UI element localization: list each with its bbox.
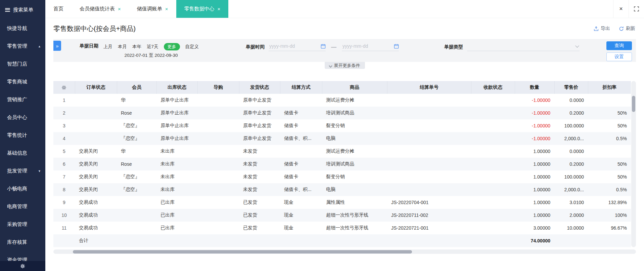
cell-product: 测试运费分摊 — [322, 145, 387, 158]
cell-member: 『恋空』 — [117, 132, 156, 145]
table-settings-gear-header[interactable] — [53, 81, 75, 94]
total-cell-order_status: 合计 — [75, 234, 117, 247]
tab-会员储值统计表[interactable]: 会员储值统计表× — [72, 0, 129, 18]
date-option-本月[interactable]: 本月 — [118, 44, 127, 50]
table-body: 1华原单中止出库原单中止发货测试运费分摊-1.000000.00002Rose原… — [53, 94, 631, 247]
tab-零售数据中心[interactable]: 零售数据中心× — [176, 0, 229, 18]
cell-settlement — [280, 94, 322, 107]
date-filter-label: 单据日期 — [80, 43, 98, 59]
sidebar-item-零售管理[interactable]: 零售管理▲ — [0, 37, 45, 55]
sidebar-item-基础信息[interactable]: 基础信息 — [0, 144, 45, 162]
calendar-icon[interactable] — [394, 44, 399, 49]
table-row[interactable]: 7交易关闭『恋空』未出库未发货储值卡裂变分销1.00000100.000050% — [53, 170, 631, 183]
close-window-button[interactable]: × — [613, 0, 629, 18]
sidebar-item-label: 基础信息 — [7, 150, 27, 156]
cell-product: 超细一次性弓形牙线 — [322, 209, 387, 222]
sidebar-search-menu[interactable]: 搜索菜单 — [0, 0, 45, 20]
sidebar-item-label: 电商管理 — [7, 203, 27, 210]
cell-discount — [588, 94, 631, 107]
sidebar-settings-button[interactable] — [0, 261, 45, 271]
close-tab-icon[interactable]: × — [165, 6, 168, 11]
close-tab-icon[interactable]: × — [218, 6, 221, 11]
cell-outbound: 未出库 — [156, 170, 197, 183]
cell-idx: 8 — [53, 183, 75, 196]
cell-payment — [471, 158, 515, 170]
cell-outbound: 原单中止出库 — [156, 132, 197, 145]
sidebar-item-库存核算[interactable]: 库存核算 — [0, 233, 45, 251]
cell-shipping: 未发货 — [239, 183, 280, 196]
table-row[interactable]: 10交易成功已出库已发货现金超细一次性弓形牙线JS-20220711-0021.… — [53, 209, 631, 222]
date-option-more[interactable]: 更多 — [164, 43, 180, 50]
cell-shipping: 未发货 — [239, 145, 280, 158]
cell-doc_no — [387, 107, 471, 119]
cell-settlement: 储值卡 — [280, 119, 322, 132]
calendar-icon[interactable] — [321, 44, 326, 49]
cell-product: 裂变分销 — [322, 170, 387, 183]
cell-idx: 4 — [53, 132, 75, 145]
sidebar-item-采购管理[interactable]: 采购管理 — [0, 216, 45, 233]
tab-首页[interactable]: 首页 — [45, 0, 72, 18]
cell-member — [117, 209, 156, 222]
fullscreen-button[interactable] — [629, 0, 644, 18]
table-row[interactable]: 3『恋空』原单中止出库原单中止发货储值卡裂变分销-1.00000100.0000… — [53, 119, 631, 132]
sidebar-item-零售商城[interactable]: 零售商城 — [0, 73, 45, 91]
cell-member: 华 — [117, 145, 156, 158]
cell-guide — [197, 132, 239, 145]
query-button[interactable]: 查询 — [606, 41, 632, 50]
time-filter-group: 单据时间 — — [246, 43, 399, 51]
table-row[interactable]: 2Rose原单中止出库原单中止发货储值卡培训测试商品-1.000000.2000… — [53, 107, 631, 119]
start-date-input[interactable] — [269, 43, 311, 49]
table-row[interactable]: 1华原单中止出库原单中止发货测试运费分摊-1.000000.0000 — [53, 94, 631, 107]
sidebar-menu: 快捷导航零售管理▲智慧门店零售商城营销推广会员中心零售统计基础信息批发管理▼小畅… — [0, 20, 45, 269]
horizontal-scrollbar-thumb[interactable] — [73, 250, 412, 254]
close-tab-icon[interactable]: × — [118, 6, 121, 11]
date-option-上月[interactable]: 上月 — [103, 44, 112, 50]
cell-idx: 1 — [53, 94, 75, 107]
cell-member: Rose — [117, 158, 156, 170]
cell-member: 『恋空』 — [117, 170, 156, 183]
cell-discount: 50% — [588, 107, 631, 119]
sidebar-item-快捷导航[interactable]: 快捷导航 — [0, 20, 45, 37]
table-row[interactable]: 4『恋空』原单中止出库原单中止发货储值卡、积...电脑-1.000002,000… — [53, 132, 631, 145]
date-option-近7天[interactable]: 近7天 — [147, 44, 158, 50]
date-option-本年[interactable]: 本年 — [132, 44, 141, 50]
table-row[interactable]: 6交易关闭Rose未出库未发货储值卡培训测试商品1.000000.200050% — [53, 158, 631, 170]
sidebar-item-电商管理[interactable]: 电商管理 — [0, 198, 45, 216]
date-quick-options: 上月本月本年近7天 — [103, 44, 158, 50]
total-cell-product — [322, 234, 387, 247]
sidebar-item-label: 采购管理 — [7, 221, 27, 228]
refresh-button[interactable]: 刷新 — [619, 26, 635, 32]
cell-order_status — [75, 119, 117, 132]
cell-shipping: 原单中止发货 — [239, 107, 280, 119]
collapse-filter-button[interactable]: » — [53, 41, 61, 51]
sidebar-item-label: 营销推广 — [7, 96, 27, 103]
cell-product: 测试运费分摊 — [322, 94, 387, 107]
date-option-custom[interactable]: 自定义 — [185, 44, 199, 50]
cell-product: 培训测试商品 — [322, 158, 387, 170]
tab-储值调账单[interactable]: 储值调账单× — [129, 0, 176, 18]
export-button[interactable]: 导出 — [594, 26, 610, 32]
chevron-down-icon: ▼ — [38, 169, 41, 173]
sidebar-item-会员中心[interactable]: 会员中心 — [0, 109, 45, 126]
sidebar-item-批发管理[interactable]: 批发管理▼ — [0, 162, 45, 180]
sidebar-item-营销推广[interactable]: 营销推广 — [0, 91, 45, 109]
column-header-settlement: 结算方式 — [280, 81, 322, 94]
sidebar-item-零售统计[interactable]: 零售统计 — [0, 126, 45, 144]
sidebar-item-小畅电商[interactable]: 小畅电商 — [0, 180, 45, 198]
settings-button[interactable]: 设置 — [606, 52, 632, 61]
table-row[interactable]: 11交易成功已出库已发货现金超细一次性弓形牙线JS-20220721-0013.… — [53, 222, 631, 234]
cell-doc_no — [387, 158, 471, 170]
cell-shipping: 未发货 — [239, 170, 280, 183]
table-row[interactable]: 8交易关闭『恋空』未出库未发货储值卡、积...电脑1.000002,000.0.… — [53, 183, 631, 196]
vertical-scrollbar-thumb[interactable] — [632, 96, 635, 112]
column-header-guide: 导购 — [197, 81, 239, 94]
cell-qty: -1.00000 — [515, 132, 554, 145]
sidebar-item-智慧门店[interactable]: 智慧门店 — [0, 55, 45, 73]
cell-shipping: 原单中止发货 — [239, 132, 280, 145]
table-row[interactable]: 5交易关闭华未出库未发货测试运费分摊1.000000.0000 — [53, 145, 631, 158]
expand-more-conditions-button[interactable]: 展开更多条件 — [325, 62, 365, 69]
document-type-select[interactable] — [467, 43, 580, 51]
column-header-price: 零售价 — [554, 81, 588, 94]
table-row[interactable]: 9交易成功已出库已发货现金属性属性JS-20220704-0011.000003… — [53, 196, 631, 209]
end-date-input[interactable] — [342, 43, 384, 49]
